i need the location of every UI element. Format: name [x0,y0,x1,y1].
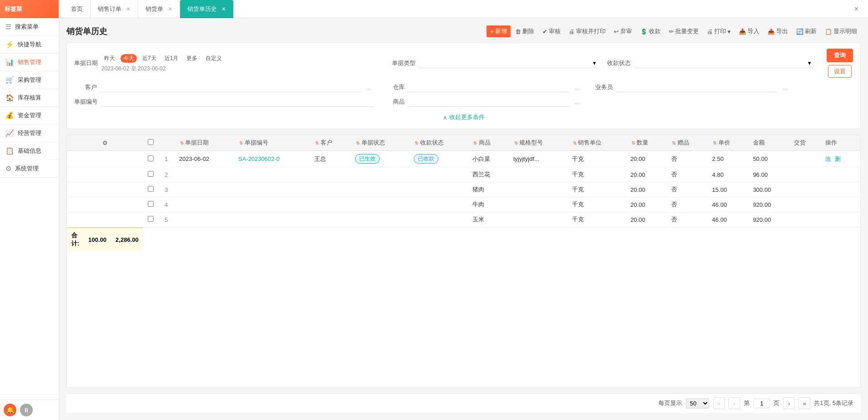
sidebar-item-sales-mgmt[interactable]: 📊 销售管理 [0,54,59,71]
tab-sales-history[interactable]: 销货单历史 ✕ [180,0,234,18]
table-settings-icon[interactable]: ⚙ [102,140,108,146]
set-button[interactable]: 设置 [828,65,852,78]
row-doc-num[interactable] [234,197,310,212]
export-button[interactable]: 📤 导出 [764,25,792,37]
sidebar-item-quick-nav[interactable]: ⚡ 快捷导航 [0,36,59,54]
row-doc-num[interactable] [234,212,310,227]
tab-sales-order[interactable]: 销售订单 ✕ [90,0,138,18]
select-all-checkbox[interactable] [148,139,154,145]
print-button[interactable]: 🖨 打印 ▾ [703,25,734,37]
date-custom[interactable]: 自定义 [203,54,225,63]
goods-input[interactable] [408,97,569,107]
agent-ellipsis[interactable]: ... [781,84,789,91]
row-checkbox[interactable] [143,167,158,182]
row-goods: 西兰花 [468,167,509,182]
sidebar-item-operations-mgmt[interactable]: 📈 经营管理 [0,125,59,142]
per-page-select[interactable]: 50 100 200 [686,398,709,409]
row-doc-status [351,182,409,197]
gift-col-header[interactable]: ⇅ 赠品 [667,135,707,151]
row-doc-status [351,212,409,227]
type-select[interactable]: ▾ [419,58,598,68]
date-1month[interactable]: 近1月 [162,54,181,63]
unit-col-header[interactable]: ⇅ 销售单位 [567,135,626,151]
row-doc-date [175,212,234,227]
audit-button[interactable]: ✔ 审核 [539,25,564,37]
doc-date-col-header[interactable]: ⇅ 单据日期 [175,135,234,151]
abandon-button[interactable]: ↩ 弃审 [610,25,636,37]
tab-sales-order-close[interactable]: ✕ [126,6,130,12]
sidebar-item-purchase-mgmt[interactable]: 🛒 采购管理 [0,71,59,89]
audit-print-button[interactable]: 🖨 审核并打印 [565,25,609,37]
agent-input[interactable] [617,82,777,92]
sidebar-item-search-menu[interactable]: ☰ 搜索菜单 [0,18,59,36]
row-edit-link[interactable]: 改 [825,155,831,162]
delete-button[interactable]: 🗑 删除 [512,25,538,37]
row-checkbox[interactable] [143,197,158,212]
num-col-header [158,135,175,151]
customer-ellipsis[interactable]: ... [364,84,373,91]
last-page-btn[interactable]: » [798,397,810,409]
sidebar-item-finance-mgmt[interactable]: 💰 资金管理 [0,107,59,125]
row-doc-date [175,182,234,197]
collect-button[interactable]: 💲 收款 [637,25,664,37]
doc-num-col-header[interactable]: ⇅ 单据编号 [234,135,310,151]
filter-customer-field: 客户 ... [74,82,373,92]
prev-page-btn[interactable]: ‹ [728,397,740,409]
show-detail-button[interactable]: 📋 显示明细 [821,25,861,37]
filter-type-field: 单据类型 ▾ [392,58,598,68]
row-qty: 20.00 [626,151,667,167]
batch-change-button[interactable]: ✏ 批量变更 [665,25,702,37]
customer-input[interactable] [100,82,361,92]
customer-col-header[interactable]: ⇅ 客户 [310,135,351,151]
tab-sales-delivery[interactable]: 销货单 ✕ [138,0,180,18]
new-button[interactable]: + 新增 [487,25,511,37]
row-spec [509,167,567,182]
docnum-input[interactable] [101,97,373,107]
unit-price-col-header[interactable]: ⇅ 单价 [707,135,748,151]
sidebar-item-base-info[interactable]: 📋 基础信息 [0,142,59,160]
date-yesterday[interactable]: 昨天 [101,54,118,63]
qty-col-header[interactable]: ⇅ 数量 [626,135,667,151]
tab-sales-delivery-close[interactable]: ✕ [168,6,172,12]
payment-select[interactable]: ▾ [634,58,813,68]
sidebar-item-inventory-calc[interactable]: 🏠 库存核算 [0,89,59,107]
row-doc-num[interactable] [234,167,310,182]
refresh-button[interactable]: 🔄 刷新 [793,25,820,37]
payment-status-col-header[interactable]: ⇅ 收款状态 [409,135,468,151]
settings-col-header[interactable]: ⚙ [67,135,143,151]
warehouse-input[interactable] [408,82,569,92]
row-delete-link[interactable]: 删 [835,155,841,162]
goods-ellipsis[interactable]: ... [572,99,581,105]
date-filter: 昨天 今天 近7天 近1月 更多 自定义 [101,54,383,63]
sidebar-item-sys-mgmt[interactable]: ⚙ 系统管理 [0,160,59,178]
pause-btn[interactable]: ⏸ [20,404,33,416]
spec-col-header[interactable]: ⇅ 规格型号 [509,135,567,151]
row-checkbox[interactable] [143,212,158,227]
date-more[interactable]: 更多 [184,54,200,63]
inventory-calc-icon: 🏠 [5,94,14,102]
row-doc-num[interactable]: SA-20230602-0 [234,151,310,167]
page-input[interactable] [753,399,770,408]
row-unit-price: 46.00 [707,197,748,212]
import-button[interactable]: 📥 导入 [735,25,763,37]
first-page-btn[interactable]: « [713,397,725,409]
notification-btn[interactable]: 🔔 [4,404,16,416]
tab-sales-history-close[interactable]: ✕ [221,6,226,12]
row-settings [67,167,143,182]
tab-home[interactable]: 首页 [64,0,90,18]
goods-col-header[interactable]: ⇅ 商品 [468,135,509,151]
checkbox-col-header[interactable] [143,135,158,151]
row-checkbox[interactable] [143,182,158,197]
next-page-btn[interactable]: › [783,397,795,409]
doc-status-col-header[interactable]: ⇅ 单据状态 [351,135,409,151]
collapse-btn[interactable]: ∧ 收起更多条件 [74,111,853,123]
date-7days[interactable]: 近7天 [140,54,159,63]
query-button[interactable]: 查询 [827,49,853,62]
row-checkbox[interactable] [143,151,158,167]
sidebar-item-label: 系统管理 [15,165,39,173]
date-today[interactable]: 今天 [120,54,137,63]
tab-bar-close[interactable]: ✕ [849,5,863,12]
row-unit: 千克 [567,212,626,227]
row-doc-num[interactable] [234,182,310,197]
warehouse-ellipsis[interactable]: ... [572,84,581,91]
